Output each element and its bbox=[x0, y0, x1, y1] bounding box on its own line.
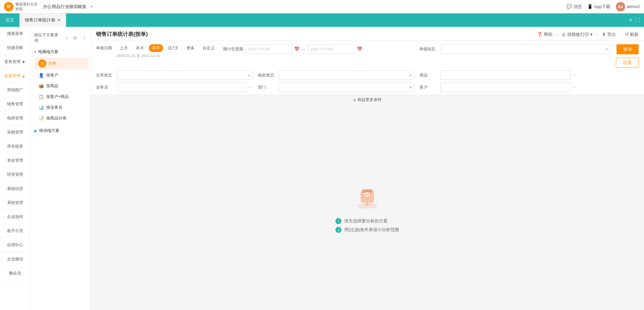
scheme-item-by-goods-label: 按商品 bbox=[46, 83, 58, 89]
btn-last-7days[interactable]: 近7天 bbox=[165, 44, 181, 52]
sidebar-item-system[interactable]: 系统管理 bbox=[0, 196, 30, 210]
sidebar-item-corp-wechat[interactable]: 企业微信 bbox=[0, 252, 30, 266]
scheme-item-by-customer[interactable]: 👤 按客户 bbox=[34, 70, 89, 80]
btn-custom[interactable]: 自定义 bbox=[200, 44, 218, 52]
app-download-btn[interactable]: 📱 App下载 bbox=[587, 4, 610, 10]
department-select[interactable] bbox=[279, 83, 415, 92]
expected-date-label: 预计交货期 bbox=[223, 46, 243, 52]
collapse-btn[interactable]: ∧ 收起更多条件 bbox=[353, 97, 382, 103]
sidebar-item-retail[interactable]: 零售管理 ▼ bbox=[0, 55, 30, 69]
logo-icon: 好 bbox=[4, 2, 13, 11]
expected-date-from[interactable] bbox=[245, 44, 292, 54]
query-btn[interactable]: 查询 bbox=[616, 44, 639, 54]
sidebar-item-finance[interactable]: 资金管理 bbox=[0, 154, 30, 168]
refresh-btn[interactable]: ↺ 刷新 bbox=[625, 32, 639, 38]
help-btn[interactable]: ❓ 帮助 bbox=[537, 32, 552, 38]
pc-scheme-items: 按 按单 👤 按客户 📦 按商品 📋 按客户+商品 bbox=[30, 57, 90, 123]
collapse-panel-icon[interactable]: 《 bbox=[80, 35, 86, 41]
department-label: 部门 bbox=[258, 85, 277, 90]
salesman-input[interactable] bbox=[117, 83, 247, 92]
salesman-group: 业务员 ··· bbox=[96, 83, 253, 92]
top-bar-right: 💬 消息 📱 App下载 Ea demo2 bbox=[567, 2, 640, 11]
empty-step2: 2 用[过滤]条件来缩小分析范围 bbox=[335, 227, 399, 233]
salesman-dots[interactable]: ··· bbox=[249, 85, 253, 90]
print-btn[interactable]: 🖨 按模板打印 ▾ bbox=[561, 32, 593, 38]
order-status-label: 单据状态 bbox=[419, 46, 438, 52]
customer-goods-icon: 📋 bbox=[38, 94, 44, 100]
scheme-item-by-customer-goods[interactable]: 📋 按客户+商品 bbox=[34, 92, 89, 102]
sidebar-item-basic-info[interactable]: 基础信息 bbox=[0, 182, 30, 196]
app-title-dropdown[interactable]: ▾ bbox=[91, 4, 93, 9]
logo-area: 好 畅捷通好生意 标版 bbox=[4, 2, 38, 11]
sidebar-item-ecommerce[interactable]: 电商管理 bbox=[0, 111, 30, 125]
export-btn[interactable]: ⬇ 导出 bbox=[602, 32, 616, 38]
sidebar: 搜索菜单 快捷导航 零售管理 ▼ 批发管理 ▲ 营销推广 销售管理 电商管理 采… bbox=[0, 27, 30, 310]
sidebar-item-enterprise[interactable]: 企业协同 bbox=[0, 210, 30, 224]
date-range-display: 2023-01-01 至 2023-12-31 bbox=[96, 53, 218, 58]
print-icon: 🖨 bbox=[561, 32, 566, 37]
page-actions: ❓ 帮助 | 🖨 按模板打印 ▾ | ⬇ 导出 | bbox=[537, 32, 639, 38]
sidebar-item-sales-mgmt[interactable]: 销售管理 bbox=[0, 97, 30, 111]
sidebar-item-wholesale[interactable]: 批发管理 ▲ bbox=[0, 69, 30, 83]
customer-input[interactable] bbox=[440, 83, 570, 92]
mobile-scheme-label: 移动端方案 bbox=[39, 128, 59, 134]
settings-btn[interactable]: 设置 bbox=[616, 58, 639, 68]
scheme-item-by-salesman[interactable]: 📊 按业务员 bbox=[34, 102, 89, 112]
goods-dots[interactable]: ··· bbox=[572, 72, 576, 78]
payment-status-select[interactable] bbox=[279, 70, 415, 80]
tab-close-icon[interactable]: ✕ bbox=[57, 18, 61, 22]
pc-scheme-label: 电脑端方案 bbox=[38, 49, 58, 55]
left-panel-title: 按以下方案查询 bbox=[34, 32, 62, 44]
btn-last-month[interactable]: 上月 bbox=[117, 44, 131, 52]
tab-maximize-btn[interactable]: ⛶ bbox=[635, 17, 640, 23]
goods-group: 商品 ··· bbox=[420, 70, 576, 80]
sidebar-item-quick-nav[interactable]: 快捷导航 bbox=[0, 41, 30, 55]
main-layout: 搜索菜单 快捷导航 零售管理 ▼ 批发管理 ▲ 营销推广 销售管理 电商管理 采… bbox=[0, 27, 644, 310]
sidebar-item-newcomer[interactable]: 新手引导 bbox=[0, 224, 30, 238]
goods-input[interactable] bbox=[440, 70, 570, 80]
order-status-group: 单据状态 ▾ bbox=[419, 44, 610, 54]
customer-label: 客户 bbox=[420, 85, 438, 90]
sidebar-item-operations[interactable]: 经营管理 bbox=[0, 168, 30, 182]
wholesale-arrow-icon: ▲ bbox=[22, 74, 26, 79]
goods-label: 商品 bbox=[420, 72, 438, 78]
left-panel-header: 按以下方案查询 + ⚙ 《 bbox=[30, 30, 90, 46]
message-btn[interactable]: 💬 消息 bbox=[567, 4, 582, 10]
sidebar-item-purchase[interactable]: 采购管理 bbox=[0, 125, 30, 140]
btn-this-month[interactable]: 本月 bbox=[133, 44, 147, 52]
scheme-item-by-order[interactable]: 按 按单 bbox=[34, 57, 89, 69]
sidebar-item-inventory[interactable]: 库存核算 bbox=[0, 140, 30, 154]
cal-from-icon[interactable]: 📅 bbox=[294, 47, 300, 52]
page-header: 销售订单统计表(按单) ❓ 帮助 | 🖨 按模板打印 ▾ | ⬇ bbox=[91, 27, 644, 41]
empty-step1: 1 请先选择要分析的方案 bbox=[335, 218, 399, 224]
sidebar-item-member[interactable]: 畅会员 bbox=[0, 266, 30, 280]
sidebar-item-search-menu[interactable]: 搜索菜单 bbox=[0, 27, 30, 41]
sidebar-item-app-center[interactable]: 应用中心 bbox=[0, 238, 30, 252]
divider2: | bbox=[597, 32, 598, 37]
scheme-item-by-goods[interactable]: 📦 按商品 bbox=[34, 81, 89, 91]
print-dropdown-icon[interactable]: ▾ bbox=[590, 32, 593, 37]
btn-this-year[interactable]: 本年 bbox=[149, 44, 163, 52]
refresh-icon: ↺ bbox=[625, 32, 629, 37]
tab-home[interactable]: 首页 bbox=[0, 13, 19, 27]
sidebar-item-marketing[interactable]: 营销推广 bbox=[0, 83, 30, 97]
cal-to-icon[interactable]: 📅 bbox=[357, 47, 362, 52]
svg-point-3 bbox=[365, 192, 370, 198]
btn-more[interactable]: 更多 bbox=[183, 44, 198, 52]
svg-point-5 bbox=[368, 194, 369, 195]
mobile-scheme-header[interactable]: ▶ 移动端方案 bbox=[30, 126, 90, 136]
user-menu[interactable]: Ea demo2 bbox=[616, 2, 640, 11]
add-scheme-icon[interactable]: + bbox=[64, 35, 70, 41]
customer-dots[interactable]: ··· bbox=[572, 85, 576, 90]
tab-sales-order[interactable]: 销售订单统计表 ✕ bbox=[19, 13, 66, 27]
shipment-status-select[interactable] bbox=[117, 70, 253, 80]
filter-section: 单据日期 上月 本月 本年 近7天 更多 自定义 2023-01-01 至 20… bbox=[91, 41, 644, 105]
tab-minimize-btn[interactable]: ✕ bbox=[629, 17, 633, 23]
expected-date-to[interactable] bbox=[308, 44, 355, 54]
home-tab-label: 首页 bbox=[5, 17, 14, 23]
scheme-item-by-goods-category[interactable]: 📝 按商品分类 bbox=[34, 113, 89, 123]
salesman-icon: 📊 bbox=[38, 104, 44, 110]
order-status-select[interactable] bbox=[440, 44, 610, 54]
settings-scheme-icon[interactable]: ⚙ bbox=[72, 35, 78, 41]
pc-scheme-header[interactable]: ▾ 电脑端方案 bbox=[30, 47, 90, 57]
